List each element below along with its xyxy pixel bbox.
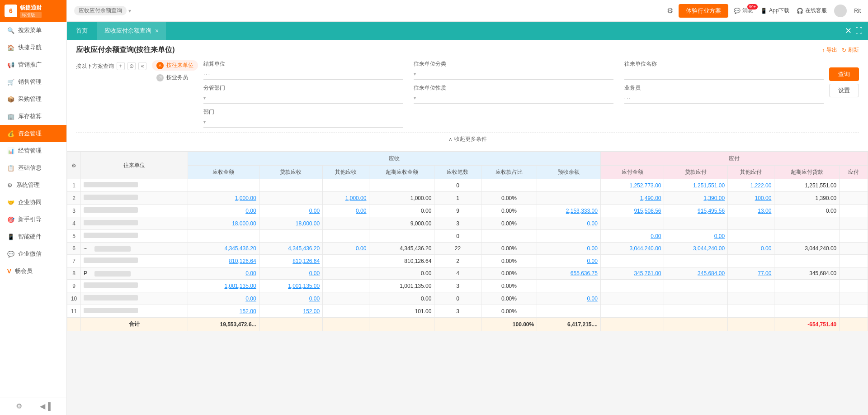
footer-ys-advance: 6,417,215.... bbox=[537, 318, 601, 331]
table-row: 11152.00152.00101.0030.00% bbox=[67, 305, 868, 318]
table-cell bbox=[481, 230, 537, 243]
solution-button[interactable]: 体验行业方案 bbox=[679, 4, 728, 18]
jiesuan-input[interactable]: ··· bbox=[203, 69, 403, 80]
sidebar-item-guide[interactable]: 🎯 新手引导 bbox=[0, 211, 66, 228]
table-cell[interactable]: 1,000.00 bbox=[188, 192, 259, 205]
export-button[interactable]: ↑ 导出 bbox=[822, 46, 837, 54]
table-cell[interactable]: 0.00 bbox=[259, 267, 323, 280]
table-cell[interactable]: 1,001,135.00 bbox=[259, 280, 323, 292]
maximize-icon[interactable]: ⛶ bbox=[855, 27, 863, 35]
table-cell[interactable]: 18,000.00 bbox=[188, 217, 259, 230]
table-cell[interactable]: 3,044,240.00 bbox=[600, 243, 664, 255]
table-cell[interactable]: 4,345,436.20 bbox=[259, 243, 323, 255]
table-cell[interactable]: 152.00 bbox=[188, 305, 259, 318]
partner-category-select[interactable]: ▾ bbox=[414, 69, 613, 80]
service-button[interactable]: 🎧 在线客服 bbox=[797, 7, 827, 14]
table-cell bbox=[537, 280, 601, 292]
footer-empty6 bbox=[600, 318, 664, 331]
sidebar-item-system[interactable]: ⚙ 系统管理 bbox=[0, 176, 66, 194]
partner-nature-select[interactable]: ▾ bbox=[414, 93, 613, 104]
sidebar-item-inventory[interactable]: 🏢 库存核算 bbox=[0, 108, 66, 125]
table-cell[interactable]: 0.00 bbox=[537, 255, 601, 267]
table-cell[interactable]: 18,000.00 bbox=[259, 217, 323, 230]
sidebar-item-purchase[interactable]: 📦 采购管理 bbox=[0, 91, 66, 108]
table-cell bbox=[664, 255, 728, 267]
tab-close-icon[interactable]: × bbox=[155, 27, 159, 34]
settings-col-header[interactable]: ⚙ bbox=[67, 152, 81, 179]
collapse-scheme-btn[interactable]: « bbox=[138, 62, 146, 70]
table-cell[interactable]: 1,251,551.00 bbox=[664, 179, 728, 192]
table-cell[interactable]: 810,126.64 bbox=[188, 255, 259, 267]
message-button[interactable]: 💬 消息 99+ bbox=[734, 7, 753, 14]
table-settings-icon[interactable]: ⚙ bbox=[71, 162, 76, 169]
settings-scheme-btn[interactable]: ⊙ bbox=[127, 62, 136, 70]
table-cell[interactable]: 4,345,436.20 bbox=[188, 243, 259, 255]
table-cell[interactable]: 2,153,333.00 bbox=[537, 205, 601, 217]
sidebar-item-wechat[interactable]: 💬 企业微信 bbox=[0, 245, 66, 262]
salesperson-input[interactable]: ··· bbox=[624, 93, 824, 104]
table-cell[interactable]: 1,252,773.00 bbox=[600, 179, 664, 192]
sidebar-item-marketing[interactable]: 📢 营销推广 bbox=[0, 56, 66, 73]
table-cell[interactable]: 0.00 bbox=[537, 217, 601, 230]
sidebar-item-hardware[interactable]: 📱 智能硬件 bbox=[0, 228, 66, 245]
partner-name-input[interactable] bbox=[624, 69, 824, 80]
scheme-item-partner[interactable]: A 按往来单位 bbox=[152, 60, 198, 71]
sidebar-item-search[interactable]: 🔍 搜索菜单 bbox=[0, 22, 66, 39]
sidebar-item-member[interactable]: V 畅会员 bbox=[0, 262, 66, 280]
table-cell[interactable]: 0.00 bbox=[259, 205, 323, 217]
table-cell[interactable]: 1,390.00 bbox=[664, 192, 728, 205]
table-cell[interactable]: 3,044,240.00 bbox=[664, 243, 728, 255]
table-cell[interactable]: 152.00 bbox=[259, 305, 323, 318]
table-cell[interactable]: 1,222.00 bbox=[728, 179, 774, 192]
table-cell[interactable]: 0.00 bbox=[664, 230, 728, 243]
division-select[interactable]: ▾ bbox=[203, 93, 403, 104]
table-cell[interactable]: 0.00 bbox=[728, 243, 774, 255]
sidebar-item-corp[interactable]: 🤝 企业协同 bbox=[0, 194, 66, 211]
table-cell[interactable]: 1,000.00 bbox=[323, 192, 369, 205]
gear-icon[interactable]: ⚙ bbox=[667, 6, 673, 15]
table-cell[interactable]: 1,490.00 bbox=[600, 192, 664, 205]
table-cell[interactable]: 0.00 bbox=[188, 292, 259, 305]
setting-button[interactable]: 设置 bbox=[829, 84, 859, 97]
table-cell[interactable]: 0.00 bbox=[323, 243, 369, 255]
table-cell[interactable]: 655,636.75 bbox=[537, 267, 601, 280]
table-cell[interactable]: 810,126.64 bbox=[259, 255, 323, 267]
sidebar-item-finance[interactable]: 💰 资金管理 bbox=[0, 125, 66, 142]
table-cell[interactable]: 0.00 bbox=[537, 292, 601, 305]
table-cell[interactable]: 0.00 bbox=[259, 292, 323, 305]
app-download-button[interactable]: 📱 App下载 bbox=[760, 7, 789, 14]
query-button[interactable]: 查询 bbox=[829, 67, 859, 81]
table-cell[interactable]: 0.00 bbox=[600, 230, 664, 243]
table-cell bbox=[664, 305, 728, 318]
sidebar-item-basic[interactable]: 📋 基础信息 bbox=[0, 159, 66, 176]
table-cell: 0.00% bbox=[481, 280, 537, 292]
department-select[interactable]: ▾ bbox=[203, 117, 403, 128]
table-cell[interactable]: 0.00 bbox=[188, 267, 259, 280]
table-cell[interactable]: 100.00 bbox=[728, 192, 774, 205]
table-cell[interactable]: 0.00 bbox=[188, 205, 259, 217]
collapse-more-bar[interactable]: ∧ 收起更多条件 bbox=[76, 132, 859, 146]
tab-home[interactable]: 首页 bbox=[67, 22, 97, 40]
table-cell[interactable]: 345,761.00 bbox=[600, 267, 664, 280]
table-cell bbox=[728, 292, 774, 305]
sidebar-item-nav[interactable]: 🏠 快捷导航 bbox=[0, 39, 66, 56]
table-cell[interactable]: 0.00 bbox=[323, 205, 369, 217]
settings-bottom-icon[interactable]: ⚙ bbox=[16, 402, 22, 410]
tab-active[interactable]: 应收应付余额查询 × bbox=[97, 22, 166, 40]
table-cell[interactable]: 915,508.56 bbox=[600, 205, 664, 217]
table-row: 91,001,135.001,001,135.001,001,135.0030.… bbox=[67, 280, 868, 292]
table-row: 6~4,345,436.204,345,436.200.004,345,436.… bbox=[67, 243, 868, 255]
sidebar-item-operations[interactable]: 📊 经营管理 bbox=[0, 142, 66, 159]
refresh-button[interactable]: ↻ 刷新 bbox=[842, 46, 859, 54]
collapse-sidebar-icon[interactable]: ◀▐ bbox=[40, 402, 50, 410]
scheme-item-salesman[interactable]: ⏱ 按业务员 bbox=[152, 72, 198, 83]
sidebar-item-sales[interactable]: 🛒 销售管理 bbox=[0, 73, 66, 91]
table-cell[interactable]: 13.00 bbox=[728, 205, 774, 217]
table-cell[interactable]: 345,684.00 bbox=[664, 267, 728, 280]
table-cell[interactable]: 77.00 bbox=[728, 267, 774, 280]
close-window-icon[interactable]: ✕ bbox=[845, 26, 852, 36]
table-cell[interactable]: 0.00 bbox=[537, 243, 601, 255]
table-cell[interactable]: 915,495.56 bbox=[664, 205, 728, 217]
add-scheme-btn[interactable]: + bbox=[117, 62, 125, 70]
table-cell[interactable]: 1,001,135.00 bbox=[188, 280, 259, 292]
